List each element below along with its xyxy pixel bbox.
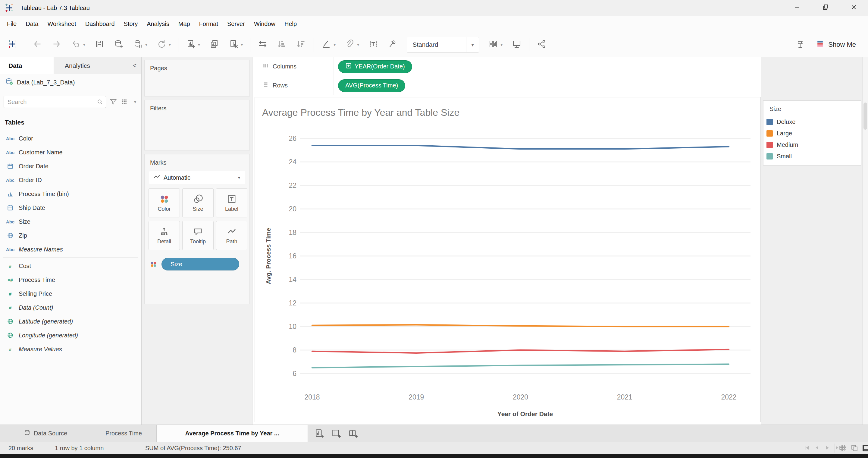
menu-item-data[interactable]: Data bbox=[21, 21, 43, 27]
scrollbar[interactable] bbox=[862, 57, 868, 425]
field-measure-names[interactable]: AbcMeasure Names bbox=[0, 242, 141, 256]
filters-card[interactable]: Filters bbox=[144, 100, 250, 150]
legend-entry-deluxe[interactable]: Deluxe bbox=[764, 116, 861, 127]
mark-button-detail[interactable]: Detail bbox=[149, 221, 180, 250]
close-button[interactable] bbox=[840, 0, 868, 16]
mark-button-size[interactable]: Size bbox=[182, 189, 214, 218]
new-dashboard-icon[interactable] bbox=[331, 428, 342, 439]
filter-fields-icon[interactable] bbox=[109, 98, 118, 106]
mark-button-label[interactable]: Label bbox=[216, 189, 247, 218]
menu-item-dashboard[interactable]: Dashboard bbox=[81, 21, 119, 27]
rows-shelf[interactable]: Rows AVG(Process Time) bbox=[255, 76, 761, 95]
mark-type-select[interactable]: Automatic ▾ bbox=[149, 171, 245, 184]
data-source-item[interactable]: Data (Lab_7_3_Data) bbox=[0, 74, 141, 91]
field-order-date[interactable]: Order Date bbox=[0, 159, 141, 173]
fit-selector[interactable]: Standard ▼ bbox=[407, 37, 479, 53]
sort-descending-button[interactable] bbox=[296, 39, 306, 50]
new-data-source-button[interactable] bbox=[114, 39, 124, 50]
field-color[interactable]: AbcColor bbox=[0, 132, 141, 145]
forward-button[interactable] bbox=[52, 39, 62, 50]
field-zip[interactable]: Zip bbox=[0, 229, 141, 242]
clear-sheet-button[interactable]: ▾ bbox=[228, 39, 243, 50]
field-size[interactable]: AbcSize bbox=[0, 215, 141, 229]
rows-label-text: Rows bbox=[273, 82, 288, 89]
field-process-time-bin[interactable]: Process Time (bin) bbox=[0, 187, 141, 201]
refresh-button[interactable]: ▾ bbox=[156, 39, 171, 50]
columns-pill[interactable]: YEAR(Order Date) bbox=[338, 60, 412, 73]
series-line-small[interactable] bbox=[312, 364, 729, 368]
restore-button[interactable] bbox=[811, 0, 840, 16]
columns-icon bbox=[262, 62, 269, 70]
menu-item-worksheet[interactable]: Worksheet bbox=[43, 21, 81, 27]
previous-page-icon[interactable] bbox=[813, 444, 821, 453]
field-customer-name[interactable]: AbcCustomer Name bbox=[0, 145, 141, 159]
menu-item-story[interactable]: Story bbox=[119, 21, 143, 27]
rows-pill[interactable]: AVG(Process Time) bbox=[338, 79, 405, 92]
tab-analytics[interactable]: Analytics < bbox=[54, 57, 141, 74]
field-order-id[interactable]: AbcOrder ID bbox=[0, 173, 141, 187]
view-options-icon[interactable] bbox=[121, 98, 129, 106]
field-longitude-generated[interactable]: Longitude (generated) bbox=[0, 328, 141, 342]
search-input[interactable] bbox=[4, 96, 106, 108]
highlight-button[interactable]: ▾ bbox=[321, 39, 336, 50]
columns-shelf[interactable]: Columns YEAR(Order Date) bbox=[255, 57, 761, 76]
next-page-icon[interactable] bbox=[824, 444, 831, 453]
field-ship-date[interactable]: Ship Date bbox=[0, 201, 141, 215]
mark-button-color[interactable]: Color bbox=[149, 189, 180, 218]
show-me-button[interactable]: Show Me bbox=[815, 39, 856, 50]
series-line-deluxe[interactable] bbox=[312, 145, 729, 149]
sheet-tab-data-source[interactable]: Data Source bbox=[0, 425, 91, 442]
field-label: Cost bbox=[19, 263, 31, 269]
show-mark-labels-button[interactable] bbox=[368, 39, 378, 50]
scrollbar-thumb[interactable] bbox=[864, 103, 867, 130]
sheet-tab-process-time[interactable]: Process Time bbox=[91, 425, 157, 442]
legend-entry-small[interactable]: Small bbox=[764, 150, 861, 162]
menu-item-server[interactable]: Server bbox=[223, 21, 249, 27]
sheet-tab-average-process-time-by-year[interactable]: Average Process Time by Year ... bbox=[157, 425, 308, 442]
tooltip-flag-button[interactable] bbox=[795, 39, 805, 50]
duplicate-sheet-button[interactable] bbox=[209, 39, 219, 50]
chart-plot[interactable]: 6810121416182022242620182019202020212022 bbox=[255, 97, 761, 423]
menu-item-format[interactable]: Format bbox=[195, 21, 223, 27]
tab-data[interactable]: Data bbox=[0, 57, 54, 74]
show-hide-cards-button[interactable]: ▾ bbox=[488, 39, 502, 50]
collapse-pane-icon[interactable]: < bbox=[132, 62, 136, 70]
field-selling-price[interactable]: #Selling Price bbox=[0, 287, 141, 300]
new-worksheet-button[interactable]: ▾ bbox=[186, 39, 200, 50]
swap-rows-columns-button[interactable] bbox=[257, 39, 268, 50]
mark-button-path[interactable]: Path bbox=[216, 221, 247, 250]
show-filmstrip-icon[interactable] bbox=[850, 444, 859, 454]
menu-item-map[interactable]: Map bbox=[174, 21, 195, 27]
show-tabs-icon[interactable] bbox=[862, 444, 868, 454]
back-button[interactable] bbox=[32, 39, 42, 50]
field-process-time[interactable]: =#Process Time bbox=[0, 273, 141, 287]
field-data-count[interactable]: #Data (Count) bbox=[0, 300, 141, 314]
new-story-icon[interactable] bbox=[348, 428, 359, 439]
menu-item-file[interactable]: File bbox=[2, 21, 21, 27]
minimize-button[interactable] bbox=[783, 0, 811, 16]
tableau-home-button[interactable] bbox=[7, 39, 18, 50]
presentation-mode-button[interactable] bbox=[512, 39, 522, 50]
menu-item-analysis[interactable]: Analysis bbox=[142, 21, 174, 27]
save-button[interactable] bbox=[94, 39, 104, 50]
fix-axes-button[interactable] bbox=[388, 39, 398, 50]
pause-updates-button[interactable]: ▾ bbox=[133, 39, 147, 50]
legend-entry-medium[interactable]: Medium bbox=[764, 139, 861, 150]
field-measure-values[interactable]: #Measure Values bbox=[0, 342, 141, 356]
legend-entry-large[interactable]: Large bbox=[764, 127, 861, 139]
menu-item-window[interactable]: Window bbox=[249, 21, 280, 27]
menu-item-help[interactable]: Help bbox=[280, 21, 301, 27]
size-pill[interactable]: Size bbox=[161, 258, 239, 270]
undo-button[interactable]: ▾ bbox=[71, 39, 85, 50]
mark-button-tooltip[interactable]: Tooltip bbox=[182, 221, 214, 250]
sort-ascending-button[interactable] bbox=[277, 39, 287, 50]
pages-card[interactable]: Pages bbox=[144, 60, 250, 96]
field-cost[interactable]: #Cost bbox=[0, 259, 141, 273]
first-page-icon[interactable] bbox=[803, 444, 810, 453]
new-worksheet-icon[interactable] bbox=[314, 428, 325, 439]
group-members-button[interactable]: ▾ bbox=[345, 39, 359, 50]
show-sheet-sorter-icon[interactable] bbox=[839, 444, 847, 454]
share-button[interactable] bbox=[536, 39, 547, 50]
dropdown-caret-icon[interactable]: ▾ bbox=[134, 99, 136, 104]
field-latitude-generated[interactable]: Latitude (generated) bbox=[0, 314, 141, 328]
